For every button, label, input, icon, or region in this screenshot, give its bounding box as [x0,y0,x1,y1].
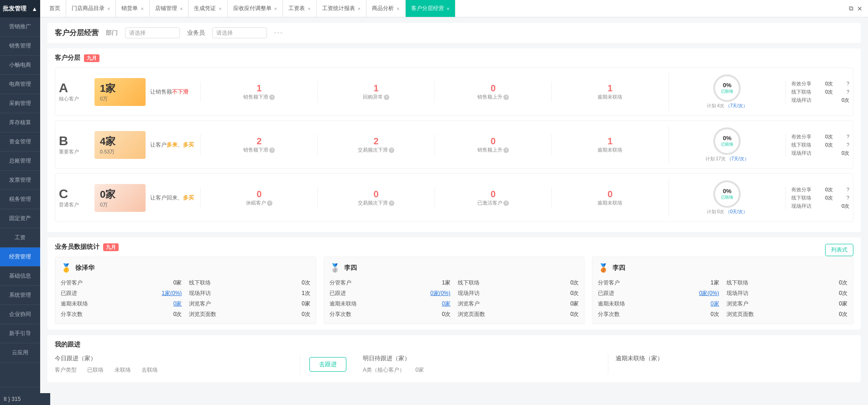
info-icon[interactable]: ? [269,147,275,153]
info-icon[interactable]: ? [847,187,849,192]
tab-close-all-icon[interactable]: ✕ [857,5,863,12]
sidebar-item-ecommerce-small[interactable]: 小畅电商 [0,56,40,75]
sidebar: 批发管理 ▲ 营销推广 销售管理 小畅电商 电商管理 采购管理 库存核算 资金管… [0,0,40,405]
sidebar-item-guide[interactable]: 新手引导 [0,324,40,343]
info-icon[interactable]: ? [847,142,849,147]
tab-close-payroll[interactable]: × [308,6,310,11]
staff-name-1: 徐泽华 [75,264,94,272]
followup-content: 今日跟进（家） 客户类型 已联络 未联络 去联络 去跟进 明日待跟进（家） A类… [55,354,853,377]
staff-card-3: 🥉 李四 分管客户 1家 线下联络 0次 已跟进 [592,257,853,324]
staff-stat-row: 现场拜访 0次 [727,289,847,297]
tab-close-store-mgmt[interactable]: × [180,6,183,11]
tab-close-voucher[interactable]: × [219,6,221,11]
sidebar-item-purchase[interactable]: 采购管理 [0,94,40,113]
tab-store-mgmt[interactable]: 店铺管理 × [150,0,188,17]
staff-stats-1: 分管客户 0家 线下联络 0次 已跟进 1家(0%) 现场拜访 [61,279,310,318]
staff-name-2: 李四 [344,264,357,272]
tier-a-label: A 核心客户 [59,82,91,102]
info-icon[interactable]: ? [847,89,849,95]
staff-stat-row: 分管客户 1家 [329,279,450,287]
sidebar-item-enterprise[interactable]: 企业协同 [0,305,40,324]
tab-receivable[interactable]: 应收应付调整单 × [228,0,283,17]
info-icon[interactable]: ? [389,200,394,206]
staff-stat-row: 现场拜访 1次 [189,289,310,297]
tab-bar: 首页 门店商品目录 × 销货单 × 店铺管理 × 生成凭证 × 应收应付调整单 … [40,0,868,17]
sidebar-item-sales[interactable]: 销售管理 [0,37,40,56]
staff-header-1: 🥇 徐泽华 [61,263,310,274]
sidebar-item-system[interactable]: 系统管理 [0,286,40,305]
info-icon[interactable]: ? [389,147,394,153]
tab-home[interactable]: 首页 [44,0,66,17]
tab-voucher[interactable]: 生成凭证 × [188,0,227,17]
staff-stat-row: 逾期未联络 0家 [598,300,719,308]
staff-stat-row: 浏览页面数 0次 [189,310,310,318]
info-icon[interactable]: ? [267,200,272,206]
info-icon[interactable]: ? [503,200,509,206]
sidebar-item-fixed[interactable]: 固定资产 [0,209,40,228]
sidebar-item-basic[interactable]: 基础信息 [0,267,40,286]
tab-close-receivable[interactable]: × [274,6,277,11]
tab-close-sales-order[interactable]: × [141,6,143,11]
info-icon[interactable]: ? [847,81,849,86]
list-view-button[interactable]: 列表式 [825,244,853,256]
info-icon[interactable]: ? [384,95,389,100]
goto-followup-button[interactable]: 去跟进 [309,357,346,372]
tier-c-action: 让客户回来、多买 [146,194,200,202]
metric-b-3: 0 销售额上升 ? [434,134,551,155]
info-icon[interactable]: ? [847,195,849,200]
info-icon[interactable]: ? [503,147,509,153]
tier-a-action: 让销售额不下滑 [146,88,200,96]
sidebar-item-inventory[interactable]: 库存核算 [0,113,40,132]
info-icon[interactable]: ? [269,95,275,100]
metric-b-contact: 0% 已联络 计划 17次 （7天/次） [669,126,785,164]
more-filter-icon[interactable]: ··· [274,29,283,37]
tab-product-analysis[interactable]: 商品分析 × [366,0,405,17]
sidebar-item-salary[interactable]: 工资 [0,228,40,247]
tier-row-c: C 普通客户 0家 0万 让客户回来、多买 0 休眠客户 ? [55,174,853,222]
tab-close-store-products[interactable]: × [107,6,110,11]
staff-stat-row: 线下联络 0次 [189,279,310,287]
sidebar-item-finance[interactable]: 资金管理 [0,132,40,152]
customer-tier-section: 客户分层 九月 A 核心客户 1家 0万 让销售额不下滑 [47,48,861,232]
info-icon[interactable]: ? [503,95,509,100]
metric-a-3: 0 销售额上升 ? [434,81,551,102]
tab-customer-tier[interactable]: 客户分层经营 × [406,0,455,17]
info-icon[interactable]: ? [847,134,849,139]
staff-card-2: 🥈 李四 分管客户 1家 线下联络 0次 已跟进 [324,257,585,324]
tab-payroll-report[interactable]: 工资统计报表 × [317,0,366,17]
staff-stat-row: 分享次数 0次 [598,310,719,318]
staff-stat-row: 现场拜访 0次 [458,289,579,297]
staff-stat-row: 浏览客户 0家 [458,300,579,308]
dept-select[interactable]: 请选择 [125,27,180,38]
tab-restore-icon[interactable]: ⧉ [849,5,853,12]
sidebar-top[interactable]: 批发管理 ▲ [0,0,40,17]
sidebar-item-marketing[interactable]: 营销推广 [0,17,40,37]
tab-close-product-analysis[interactable]: × [397,6,399,11]
tab-sales-order[interactable]: 销货单 × [116,0,149,17]
metric-c-contact: 0% 已联络 计划 0次 （0天/次） [669,179,785,217]
metric-c-3: 0 已激活客户 ? [434,187,551,208]
staff-stat-row: 分管客户 0家 [61,279,182,287]
sidebar-item-ecommerce[interactable]: 电商管理 [0,75,40,94]
tab-close-payroll-report[interactable]: × [358,6,361,11]
sidebar-item-ledger[interactable]: 总账管理 [0,152,40,171]
sidebar-item-tax[interactable]: 税务管理 [0,190,40,209]
tier-a-metrics: 1 销售额下滑 ? 1 回购异常 ? 0 销售额上升 ? 1 逾期未联络 [200,73,785,111]
sidebar-item-invoice[interactable]: 发票管理 [0,171,40,190]
tab-bar-actions: ⧉ ✕ [849,5,864,12]
tier-b-action: 让客户多来、多买 [146,141,200,149]
staff-stats-2: 分管客户 1家 线下联络 0次 已跟进 0家(0%) 现场拜访 [329,279,579,318]
tab-store-products[interactable]: 门店商品目录 × [66,0,116,17]
contact-circle-a: 0% 已联络 [713,74,741,102]
metric-c-2: 0 交易频次下滑 ? [317,187,434,208]
sidebar-item-cloud[interactable]: 云应用 [0,343,40,363]
staff-stat-row: 分享次数 0次 [329,310,450,318]
sidebar-collapse-icon[interactable]: ▲ [31,5,37,12]
sidebar-item-operations[interactable]: 经营管理 [0,247,40,267]
staff-select[interactable]: 请选择 [212,27,267,38]
contact-circle-b: 0% 已联络 [713,127,741,155]
tab-close-customer-tier[interactable]: × [447,6,450,11]
tab-payroll[interactable]: 工资表 × [283,0,316,17]
followup-title: 我的跟进 [55,341,853,349]
staff-stat-row: 浏览页面数 0次 [727,310,847,318]
